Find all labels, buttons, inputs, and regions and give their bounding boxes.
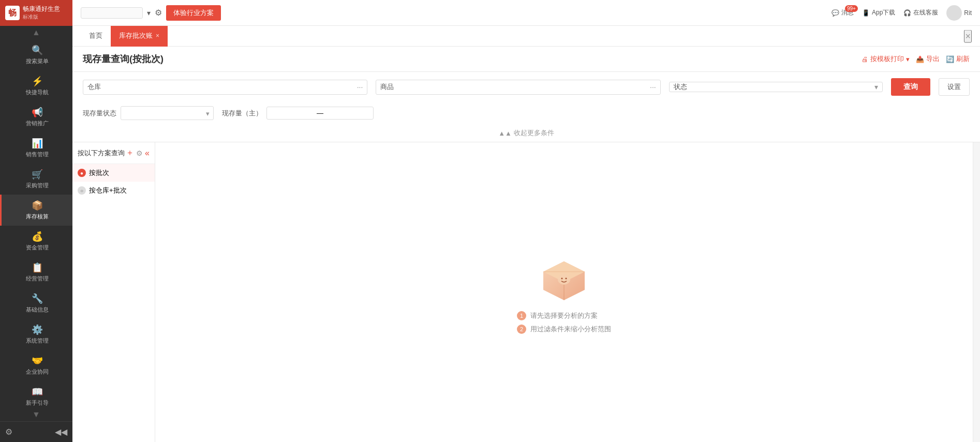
scroll-down-btn[interactable]: ▼	[0, 408, 72, 421]
collapse-filters-btn[interactable]: ▲▲ 收起更多条件	[72, 124, 980, 142]
purchase-icon: 🛒	[32, 169, 43, 180]
sidebar-item-collab[interactable]: 🤝 企业协同	[0, 350, 72, 381]
scheme-item-label: 按批次	[89, 168, 109, 178]
main-area: ▾ ⚙ 体验行业方案 💬 消息 99+ 📱 App下载 🎧 在线客服 Rit	[72, 0, 980, 442]
stock-qty-label: 现存量（主）	[222, 109, 262, 118]
sidebar-item-label: 新手引导	[26, 399, 49, 407]
add-scheme-btn[interactable]: ＋	[126, 148, 134, 158]
tab-home[interactable]: 首页	[81, 26, 111, 47]
message-icon: 💬	[831, 9, 839, 17]
sidebar-item-purchase[interactable]: 🛒 采购管理	[0, 164, 72, 195]
sidebar-item-quick-nav[interactable]: ⚡ 快捷导航	[0, 70, 72, 101]
warehouse-filter: 仓库 ···	[83, 80, 367, 95]
topbar-gear-btn[interactable]: ⚙	[155, 8, 162, 18]
sidebar-item-search[interactable]: 🔍 搜索菜单	[0, 39, 72, 70]
messages-btn[interactable]: 💬 消息 99+	[831, 8, 854, 17]
filter-row-2: 现存量状态 现存量（主） —	[72, 102, 980, 124]
sidebar-nav: 🔍 搜索菜单 ⚡ 快捷导航 📢 营销推广 📊 销售管理 🛒 采购管理 📦 库存核…	[0, 39, 72, 408]
scheme-item-batch[interactable]: ● 按批次	[72, 164, 155, 182]
sidebar-item-operations[interactable]: 📋 经营管理	[0, 257, 72, 288]
sidebar-item-sales[interactable]: 📊 销售管理	[0, 132, 72, 164]
footer-collapse-btn[interactable]: ◀◀	[55, 427, 67, 437]
print-label: 按模板打印	[870, 54, 904, 64]
sidebar-item-label: 企业协同	[26, 368, 49, 376]
empty-illustration	[533, 251, 595, 303]
app-download-btn[interactable]: 📱 App下载	[862, 8, 895, 17]
sidebar: 畅 畅康通好生意 标准版 ▲ 🔍 搜索菜单 ⚡ 快捷导航 📢 营销推广 📊 销售…	[0, 0, 72, 442]
newbie-icon: 📖	[32, 386, 43, 397]
page-close-btn[interactable]: ×	[964, 30, 972, 42]
stock-qty-field: 现存量（主） —	[222, 107, 374, 120]
basics-icon: 🔧	[32, 293, 43, 304]
product-more-btn[interactable]: ···	[646, 81, 660, 93]
app-download-icon: 📱	[862, 9, 870, 17]
filter-settings-btn[interactable]: 设置	[939, 78, 970, 96]
warehouse-input[interactable]	[105, 80, 353, 94]
sidebar-item-basics[interactable]: 🔧 基础信息	[0, 288, 72, 319]
sidebar-item-label: 系统管理	[26, 337, 49, 345]
qty-from-input[interactable]	[272, 109, 314, 117]
refresh-btn[interactable]: 🔄 刷新	[946, 54, 970, 64]
app-edition: 标准版	[23, 13, 60, 21]
stock-status-field: 现存量状态	[83, 106, 214, 120]
data-area: 1 请先选择要分析的方案 2 用过滤条件来缩小分析范围	[155, 142, 973, 442]
filter-panel: 仓库 ··· 商品 ··· 状态 ▾ 查询	[72, 72, 980, 142]
warehouse-label: 仓库	[83, 82, 105, 92]
status-dropdown-icon[interactable]: ▾	[870, 83, 882, 91]
user-name: Rit	[964, 9, 972, 17]
sales-icon: 📊	[32, 138, 43, 149]
sidebar-item-inventory[interactable]: 📦 库存核算	[0, 195, 72, 226]
stock-status-select[interactable]	[121, 106, 214, 120]
warehouse-more-btn[interactable]: ···	[353, 81, 367, 93]
product-filter: 商品 ···	[376, 80, 660, 95]
app-download-label: App下载	[872, 8, 895, 17]
online-service-btn[interactable]: 🎧 在线客服	[903, 8, 938, 17]
content-body: 按以下方案查询 ＋ ⚙ « ● 按批次 ○ 按仓库+批次	[72, 142, 980, 442]
page-header: 现存量查询(按批次) 🖨 按模板打印 ▾ 📤 导出 🔄 刷新	[72, 47, 980, 72]
industry-btn[interactable]: 体验行业方案	[166, 5, 221, 21]
stock-qty-range: —	[266, 107, 374, 120]
refresh-label: 刷新	[956, 54, 970, 64]
footer-settings-btn[interactable]: ⚙	[5, 427, 12, 437]
right-scrollbar[interactable]	[973, 142, 980, 442]
scheme-panel-title: 按以下方案查询	[78, 149, 125, 158]
sidebar-item-label: 经营管理	[26, 275, 49, 283]
svg-point-5	[561, 277, 563, 279]
sidebar-item-marketing[interactable]: 📢 营销推广	[0, 101, 72, 132]
tip-num-2: 2	[517, 325, 526, 334]
scheme-panel-header: 按以下方案查询 ＋ ⚙ «	[72, 142, 155, 164]
product-input[interactable]	[398, 80, 646, 94]
scheme-panel-actions: ＋ ⚙ «	[126, 148, 150, 158]
breadcrumb-input[interactable]	[81, 7, 143, 19]
page-header-actions: 🖨 按模板打印 ▾ 📤 导出 🔄 刷新	[862, 54, 970, 64]
page-title: 现存量查询(按批次)	[83, 53, 164, 65]
qty-to-input[interactable]	[326, 109, 368, 117]
sidebar-item-system[interactable]: ⚙️ 系统管理	[0, 319, 72, 350]
query-btn[interactable]: 查询	[891, 78, 930, 96]
tip-num-1: 1	[517, 311, 526, 320]
scheme-settings-btn[interactable]: ⚙	[136, 149, 143, 157]
sidebar-item-label: 资金管理	[26, 244, 49, 252]
print-btn[interactable]: 🖨 按模板打印 ▾	[862, 54, 910, 64]
export-btn[interactable]: 📤 导出	[916, 54, 940, 64]
sidebar-item-label: 采购管理	[26, 182, 49, 189]
content-area: 现存量查询(按批次) 🖨 按模板打印 ▾ 📤 导出 🔄 刷新	[72, 47, 980, 442]
sidebar-item-newbie[interactable]: 📖 新手引导	[0, 381, 72, 408]
tab-home-label: 首页	[89, 31, 102, 40]
export-label: 导出	[926, 54, 940, 64]
notif-badge: 99+	[845, 5, 858, 12]
tab-close-btn[interactable]: ×	[156, 32, 159, 39]
user-profile-btn[interactable]: Rit	[946, 5, 972, 21]
scroll-up-btn[interactable]: ▲	[0, 26, 72, 39]
collapse-up-icon: ▲▲	[498, 129, 512, 137]
tab-inventory-batch[interactable]: 库存批次账 ×	[111, 26, 168, 47]
service-icon: 🎧	[903, 9, 911, 17]
product-label: 商品	[376, 82, 398, 92]
collapse-scheme-btn[interactable]: «	[145, 149, 150, 158]
breadcrumb-dropdown-btn[interactable]: ▾	[147, 9, 151, 17]
topbar: ▾ ⚙ 体验行业方案 💬 消息 99+ 📱 App下载 🎧 在线客服 Rit	[72, 0, 980, 26]
sidebar-item-finance[interactable]: 💰 资金管理	[0, 226, 72, 257]
scheme-item-warehouse-batch[interactable]: ○ 按仓库+批次	[72, 182, 155, 199]
sidebar-item-label: 库存核算	[26, 213, 49, 220]
scheme-panel: 按以下方案查询 ＋ ⚙ « ● 按批次 ○ 按仓库+批次	[72, 142, 155, 442]
